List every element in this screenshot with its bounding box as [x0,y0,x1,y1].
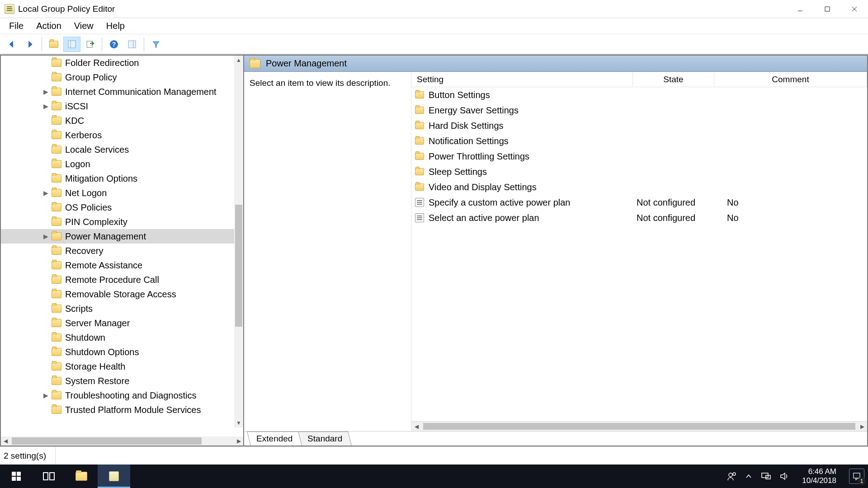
maximize-button[interactable] [814,0,841,18]
tree-item[interactable]: System Restore [1,374,234,388]
settings-folder-row[interactable]: Video and Display Settings [411,179,867,195]
tree-item[interactable]: Mitigation Options [1,171,234,186]
column-header-state[interactable]: State [633,72,714,87]
setting-name: Specify a custom active power plan [429,197,571,208]
folder-icon [415,91,424,99]
scroll-thumb[interactable] [423,423,855,430]
folder-icon [52,117,61,125]
setting-comment: No [714,213,867,223]
nav-forward-button[interactable] [21,37,38,52]
help-button[interactable]: ? [105,37,123,52]
detail-horizontal-scrollbar[interactable]: ◀ ▶ [411,421,867,431]
settings-folder-row[interactable]: Energy Saver Settings [411,103,867,118]
expander-icon[interactable]: ▶ [42,392,50,399]
show-hide-action-pane-button[interactable] [123,37,141,52]
tree-item-label: Kerberos [65,130,102,141]
scroll-left-icon[interactable]: ◀ [411,422,421,431]
show-hide-tree-button[interactable] [63,37,80,52]
menu-action[interactable]: Action [30,18,68,34]
up-one-level-button[interactable] [45,37,62,52]
tree-item[interactable]: Server Manager [1,316,234,330]
tree-item[interactable]: Remote Procedure Call [1,272,234,287]
settings-policy-row[interactable]: Specify a custom active power planNot co… [411,195,867,210]
tray-overflow-icon[interactable] [745,473,752,480]
tray-clock[interactable]: 6:46 AM 10/4/2018 [797,467,841,485]
policy-icon [415,198,424,207]
expander-icon[interactable]: ▶ [42,103,50,110]
tree-item-label: Locale Services [65,145,129,155]
scroll-right-icon[interactable]: ▶ [857,422,867,431]
tree-item[interactable]: Storage Health [1,359,234,374]
taskbar-app-explorer[interactable] [65,465,98,488]
settings-folder-row[interactable]: Hard Disk Settings [411,118,867,133]
tree-item[interactable]: Trusted Platform Module Services [1,403,234,417]
main-split: Folder RedirectionGroup Policy▶Internet … [0,54,868,446]
export-list-button[interactable] [81,37,99,52]
tree-icon [67,40,76,49]
tree-item-label: Shutdown [65,333,105,343]
scroll-thumb[interactable] [12,437,202,445]
tree-item[interactable]: PIN Complexity [1,215,234,229]
tree-item[interactable]: ▶Troubleshooting and Diagnostics [1,388,234,403]
tree-item[interactable]: Group Policy [1,70,234,84]
tree-item[interactable]: ▶Net Logon [1,186,234,200]
scroll-thumb[interactable] [235,205,242,327]
svg-rect-21 [854,473,860,478]
scroll-left-icon[interactable]: ◀ [1,436,10,446]
column-header-setting[interactable]: Setting [411,72,633,87]
task-view-button[interactable] [33,465,65,488]
tree-item[interactable]: Locale Services [1,142,234,157]
scroll-right-icon[interactable]: ▶ [234,436,243,446]
tree-item[interactable]: OS Policies [1,200,234,215]
settings-folder-row[interactable]: Sleep Settings [411,164,867,179]
tree-horizontal-scrollbar[interactable]: ◀ ▶ [1,436,243,446]
nav-back-button[interactable] [3,37,20,52]
folder-icon [415,168,424,175]
expander-icon[interactable]: ▶ [42,88,50,95]
tree-item[interactable]: Recovery [1,244,234,258]
tree-item-label: Internet Communication Management [65,87,217,97]
menu-file[interactable]: File [3,18,30,34]
expander-icon[interactable]: ▶ [42,233,50,240]
tree-item[interactable]: Shutdown [1,330,234,345]
scroll-down-icon[interactable]: ▼ [234,418,243,427]
settings-folder-row[interactable]: Notification Settings [411,133,867,149]
expander-icon[interactable]: ▶ [42,189,50,197]
tree-item[interactable]: Scripts [1,301,234,316]
tree-item[interactable]: KDC [1,113,234,128]
tray-date: 10/4/2018 [802,476,836,485]
folder-icon [52,406,61,414]
svg-rect-4 [68,41,75,48]
tree-item[interactable]: Logon [1,157,234,171]
tree-item[interactable]: ▶iSCSI [1,99,234,113]
settings-folder-row[interactable]: Button Settings [411,87,867,103]
tree-item[interactable]: Shutdown Options [1,345,234,359]
tree-item[interactable]: Kerberos [1,128,234,142]
action-center-button[interactable]: 1 [849,469,864,484]
close-button[interactable] [841,0,868,18]
settings-policy-row[interactable]: Select an active power planNot configure… [411,210,867,225]
start-button[interactable] [0,465,33,488]
filter-button[interactable] [147,37,165,52]
scroll-up-icon[interactable]: ▲ [234,56,243,65]
tree-item[interactable]: Removable Storage Access [1,287,234,301]
tree-vertical-scrollbar[interactable]: ▲ ▼ [234,56,243,427]
people-icon[interactable] [727,471,737,481]
column-header-comment[interactable]: Comment [714,72,867,87]
minimize-button[interactable] [787,0,814,18]
taskbar-app-gpedit[interactable] [98,465,130,488]
tree-item[interactable]: Remote Assistance [1,258,234,272]
tree-item[interactable]: ▶Power Management [1,229,234,244]
network-icon[interactable] [760,472,771,481]
setting-name: Video and Display Settings [429,182,537,192]
detail-body: Select an item to view its description. … [244,72,867,431]
tab-extended[interactable]: Extended [247,432,302,446]
tree-item[interactable]: Folder Redirection [1,56,234,70]
menu-view[interactable]: View [68,18,100,34]
menu-help[interactable]: Help [100,18,131,34]
tree-item[interactable]: ▶Internet Communication Management [1,84,234,99]
volume-icon[interactable] [779,471,789,481]
tree-item-label: Remote Procedure Call [65,275,159,285]
tab-standard[interactable]: Standard [298,432,352,446]
settings-folder-row[interactable]: Power Throttling Settings [411,149,867,164]
